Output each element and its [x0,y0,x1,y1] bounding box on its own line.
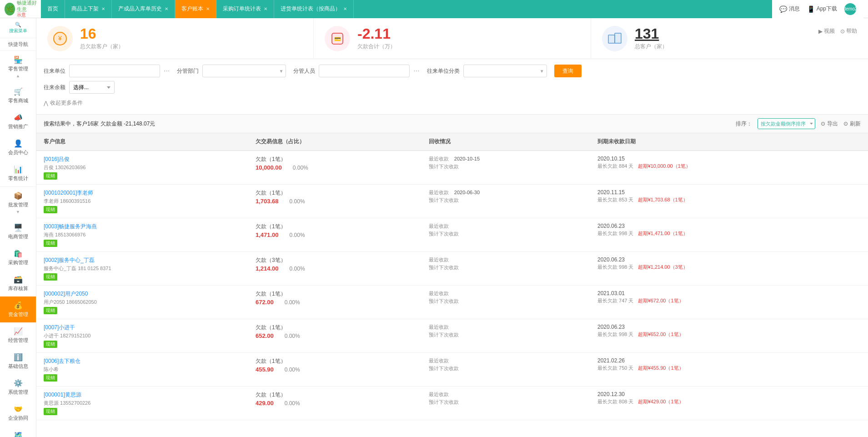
cell-debt-1: 欠款（1笔） 1,703.68 0.00% [248,185,422,218]
close-tab-products[interactable]: ✕ [101,6,105,11]
col-recover: 回收情况 [421,133,590,151]
recover-last-6: 最近收款 [429,357,583,364]
recover-next-0: 预计下次收款 [429,163,583,170]
video-button[interactable]: ▶ 视频 [818,27,835,35]
debt-percent-0: 0.00% [293,165,308,171]
close-tab-production[interactable]: ✕ [165,6,168,11]
help-button[interactable]: ⊙ 帮助 [840,27,857,35]
tab-purchase-stats[interactable]: 采购订单统计表 ✕ [216,0,274,18]
dept-input[interactable] [202,65,286,77]
top-bar: 🌿 畅捷通好生意 示意 首页 商品上下架 ✕ 产成品入库单历史 ✕ 客户账本 ✕… [0,0,868,18]
sidebar-item-enterprise[interactable]: 🤝 企业协同 [0,400,36,426]
tab-production[interactable]: 产成品入库单历史 ✕ [112,0,175,18]
debt-count-6: 欠款（1笔） [256,357,415,365]
sidebar-item-retail-mgmt[interactable]: 🏪 零售管理 ▲ [0,51,36,83]
debt-amount-5: 652.00 [256,332,274,339]
overdue-link-2[interactable]: 超期¥1,471.00（1笔） [638,231,688,236]
tab-customer-account[interactable]: 客户账本 ✕ [175,0,216,18]
sidebar-item-inventory[interactable]: 🗃️ 库存核算 [0,271,36,296]
sort-select[interactable]: 按欠款金额倒序排序 [758,118,815,129]
table-row: [0016]吕俊 吕俊 13026203696 现销 欠款（1笔） 10,000… [36,151,868,185]
table-row: [000002]用户2050 用户2050 18665062050 现销 欠款（… [36,286,868,319]
search-button[interactable]: 查询 [554,65,582,77]
system-icon: ⚙️ [14,379,23,387]
customer-name-link-1[interactable]: [0001020001]李老师 [44,190,93,196]
sidebar-item-ecommerce[interactable]: 🖥️ 电商管理 [0,219,36,245]
debt-percent-1: 0.00% [290,198,305,205]
sidebar-search[interactable]: 🔍 搜索菜单 [0,18,36,38]
user-menu[interactable]: demo2 [844,3,856,15]
stats-icon: 📊 [14,165,23,174]
search-icon: 🔍 [15,22,21,27]
cell-customer-7: [000001]黄思源 黄思源 13552700226 现销 [36,387,248,420]
help-icon: ⊙ [840,28,845,35]
sidebar-item-basic-info[interactable]: ℹ️ 基础信息 [0,348,36,374]
cell-due-4: 2021.03.01 最长欠款 747 天 超期¥672.00（1笔） [590,286,868,319]
message-button[interactable]: 💬 消息 [779,5,800,13]
sidebar-item-new-guide[interactable]: 🗺️ 新手引导 [0,426,36,437]
export-button[interactable]: ⊙ 导出 [821,120,838,128]
debt-percent-5: 0.00% [285,333,300,339]
tab-purchase-by-product[interactable]: 进货单统计表（按商品） ✕ [274,0,354,18]
filter-row-2: 往来余额 选择... [44,81,861,94]
unit-category-label: 往来单位分类 [427,67,460,75]
close-tab-purchase[interactable]: ✕ [264,6,267,11]
manager-dots[interactable]: ··· [413,67,419,75]
from-unit-input[interactable] [69,65,160,77]
customer-name-link-0[interactable]: [0016]吕俊 [44,156,70,162]
col-debt-info: 欠交易信息（占比） [248,133,422,151]
close-tab-customer[interactable]: ✕ [206,6,210,11]
customer-name-link-6[interactable]: [0006]去下粮仓 [44,358,80,364]
from-unit-dots[interactable]: ··· [164,67,170,75]
overdue-link-4[interactable]: 超期¥672.00（1笔） [638,298,684,303]
debt-amount-4: 672.00 [256,299,274,306]
recover-next-2: 预计下次收款 [429,231,583,237]
top-nav: 首页 商品上下架 ✕ 产成品入库单历史 ✕ 客户账本 ✕ 采购订单统计表 ✕ 进… [41,0,772,18]
overdue-link-3[interactable]: 超期¥1,214.00（3笔） [638,264,688,270]
customer-phone-7: 黄思源 13552700226 [44,400,241,407]
tab-home[interactable]: 首页 [41,0,65,18]
sidebar-item-member[interactable]: 👤 会员中心 [0,135,36,161]
cell-debt-2: 欠款（1笔） 1,471.00 0.00% [248,218,422,252]
sidebar-item-marketing[interactable]: 📣 营销推广 [0,109,36,135]
sidebar-item-business[interactable]: 📈 经营管理 [0,322,36,348]
cell-due-1: 2020.11.15 最长欠款 853 天 超期¥1,703.68（1笔） [590,185,868,218]
app-download-button[interactable]: 📱 App下载 [807,5,837,13]
customer-name-link-5[interactable]: [0007]小进干 [44,324,75,331]
filter-row-1: 往来单位 ··· 分管部门 ▼ 分管人员 ··· 往来 [44,65,861,77]
sidebar-item-finance[interactable]: 💰 资金管理 [0,296,36,322]
cell-recover-4: 最近收款 预计下次收款 [421,286,590,319]
sidebar-quick-nav[interactable]: 快捷导航 [0,38,36,51]
overdue-link-1[interactable]: 超期¥1,703.68（1笔） [638,197,688,202]
balance-select[interactable]: 选择... [69,81,115,94]
due-date-6: 2021.02.26 [597,357,861,364]
customer-name-link-7[interactable]: [000001]黄思源 [44,392,81,398]
overdue-link-6[interactable]: 超期¥455.90（1笔） [638,365,684,371]
sidebar-item-purchase[interactable]: 🛍️ 采购管理 [0,245,36,271]
close-tab-purchase-product[interactable]: ✕ [343,6,347,11]
manager-input[interactable] [319,65,410,77]
refresh-button[interactable]: ⊙ 刷新 [843,120,861,128]
customer-tag-5: 现销 [44,341,57,348]
sidebar-item-system[interactable]: ⚙️ 系统管理 [0,374,36,400]
customer-name-link-2[interactable]: [0003]畅捷服务尹海燕 [44,223,97,230]
due-date-1: 2020.11.15 [597,189,861,196]
unit-category-input[interactable] [463,65,547,77]
sidebar-item-retail-stats[interactable]: 📊 零售统计 [0,161,36,186]
overdue-days-4: 最长欠款 747 天 超期¥672.00（1笔） [597,297,861,304]
recover-next-3: 预计下次收款 [429,264,583,271]
sidebar-item-batch-mgmt[interactable]: 📦 批发管理 ▼ [0,187,36,219]
collapse-button[interactable]: ⋀ 收起更多条件 [44,99,861,107]
customer-name-link-4[interactable]: [000002]用户2050 [44,291,88,297]
overdue-link-7[interactable]: 超期¥429.00（1笔） [638,399,684,404]
recover-last-5: 最近收款 [429,324,583,331]
due-date-2: 2020.06.23 [597,223,861,229]
overdue-link-5[interactable]: 超期¥652.00（1笔） [638,332,684,337]
tab-products[interactable]: 商品上下架 ✕ [65,0,112,18]
sidebar-item-retail-mall[interactable]: 🛒 零售商城 [0,83,36,109]
purchase-icon: 🛍️ [14,249,23,258]
cell-due-0: 2020.10.15 最长欠款 884 天 超期¥10,000.00（1笔） [590,151,868,185]
customer-name-link-3[interactable]: [0002]服务中心_丁磊 [44,257,95,263]
overdue-link-0[interactable]: 超期¥10,000.00（1笔） [638,163,691,169]
cell-due-5: 2020.06.23 最长欠款 998 天 超期¥652.00（1笔） [590,319,868,353]
